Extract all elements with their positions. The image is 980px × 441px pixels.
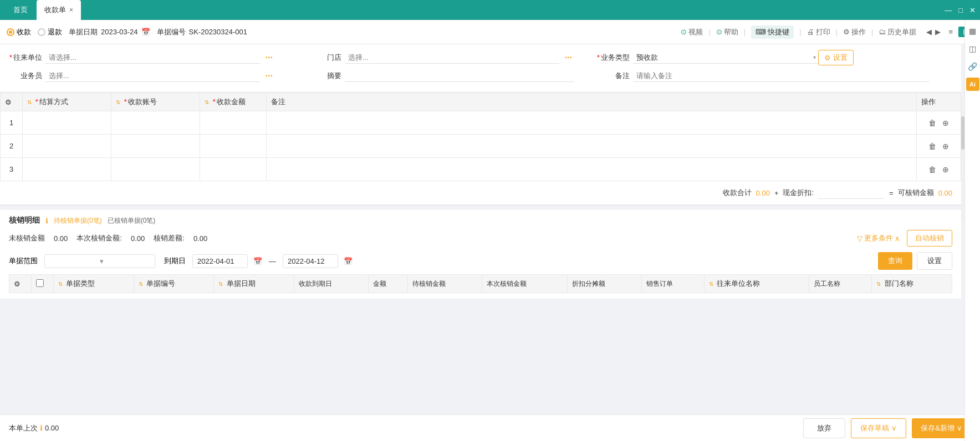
tab-done[interactable]: 已核销单据(0笔) xyxy=(108,216,156,225)
counterpart-input[interactable] xyxy=(45,52,260,64)
calendar-to-icon[interactable]: 📅 xyxy=(344,257,353,265)
sort-counterpart-icon[interactable]: ⇅ xyxy=(709,281,713,287)
order-label: 本单上次 xyxy=(9,423,38,433)
row3-settle[interactable] xyxy=(23,158,111,181)
diff-value: 0.00 xyxy=(193,234,207,243)
action-help[interactable]: ⊙ 帮助 xyxy=(716,27,738,37)
table-section: ⚙ ⇅ 结算方式 ⇅ 收款账号 ⇅ 收款金额 备注 xyxy=(0,93,961,181)
sidebar-doc-icon[interactable]: ◫ xyxy=(966,42,979,55)
remark-input[interactable] xyxy=(633,70,929,82)
sort-dept-icon[interactable]: ⇅ xyxy=(876,281,881,287)
row2-idx: 2 xyxy=(1,135,23,158)
action-shortcut[interactable]: ⌨ 快捷键 xyxy=(751,25,794,39)
row1-settle[interactable] xyxy=(23,111,111,135)
tab-pending[interactable]: 待核销单据(0笔) xyxy=(54,216,102,225)
row1-remark[interactable] xyxy=(267,111,917,135)
radio-shoukuan[interactable]: 收款 xyxy=(7,27,31,37)
sort-type-icon[interactable]: ⇅ xyxy=(58,281,63,287)
more-conditions-btn[interactable]: ▽ 更多条件 ∧ xyxy=(857,233,900,243)
next-icon[interactable]: ▶ xyxy=(935,28,941,36)
writeoff-info-icon[interactable]: ℹ xyxy=(45,217,48,225)
row3-amount[interactable] xyxy=(200,158,267,181)
lth-checkbox[interactable] xyxy=(32,275,54,293)
sidebar-link-icon[interactable]: 🔗 xyxy=(966,60,979,73)
row1-delete-btn[interactable]: 🗑 xyxy=(926,117,938,129)
row2-delete-btn[interactable]: 🗑 xyxy=(926,141,938,152)
tab-home[interactable]: 首页 xyxy=(4,0,37,20)
range-field: 单据范围 ▾ xyxy=(9,254,155,268)
shop-input[interactable] xyxy=(345,52,559,64)
lth-settings[interactable]: ⚙ xyxy=(9,275,32,293)
sidebar-ai-icon[interactable]: Ai xyxy=(966,78,979,91)
minimize-icon[interactable]: — xyxy=(945,6,952,14)
biz-type-arrow[interactable]: ▾ xyxy=(811,54,818,60)
staff-more-btn[interactable]: ··· xyxy=(263,71,275,81)
tab-close-icon[interactable]: × xyxy=(69,0,73,20)
filter-icon: ▽ xyxy=(857,234,862,243)
action-history[interactable]: 🗂 历史单据 xyxy=(879,27,916,37)
settings-button[interactable]: ⚙ 设置 xyxy=(818,50,854,65)
operate-icon: ⚙ xyxy=(843,28,850,36)
due-date-from-input[interactable] xyxy=(192,254,248,268)
save-draft-button[interactable]: 保存草稿 ∨ xyxy=(851,418,906,438)
close-icon[interactable]: ✕ xyxy=(969,6,976,14)
sort-date-icon[interactable]: ⇅ xyxy=(218,281,223,287)
maximize-icon[interactable]: □ xyxy=(958,6,963,14)
settings-gear-icon: ⚙ xyxy=(824,54,831,62)
action-operate[interactable]: ⚙ 操作 xyxy=(843,27,866,37)
available-label: 可核销金额 xyxy=(898,188,934,198)
biz-type-select[interactable]: ▾ xyxy=(633,52,818,64)
discount-input[interactable] xyxy=(818,187,885,199)
biz-type-input[interactable] xyxy=(633,52,811,63)
table-settings-icon: ⚙ xyxy=(5,98,12,106)
calendar-icon[interactable]: 📅 xyxy=(141,28,150,36)
row2-remark[interactable] xyxy=(267,135,917,158)
list-view-icon[interactable]: ≡ xyxy=(948,28,953,36)
auto-writeoff-button[interactable]: 自动核销 xyxy=(907,230,952,247)
tab-active[interactable]: 收款单 × xyxy=(37,0,81,20)
chevron-up-icon: ∧ xyxy=(895,234,900,243)
shop-more-btn[interactable]: ··· xyxy=(563,53,574,63)
summary-input[interactable] xyxy=(345,70,574,82)
due-date-to-input[interactable] xyxy=(283,254,338,268)
row3-remark[interactable] xyxy=(267,158,917,181)
sort-number-icon[interactable]: ⇅ xyxy=(139,281,143,287)
row2-account[interactable] xyxy=(111,135,200,158)
select-all-checkbox[interactable] xyxy=(36,279,44,287)
sort-settle-icon[interactable]: ⇅ xyxy=(27,99,32,105)
table-settings-button[interactable]: 设置 xyxy=(917,252,952,270)
row3-copy-btn[interactable]: ⊕ xyxy=(940,164,951,175)
row2-amount[interactable] xyxy=(200,135,267,158)
row3-account[interactable] xyxy=(111,158,200,181)
scrollbar-area xyxy=(961,111,964,222)
query-button[interactable]: 查询 xyxy=(878,252,912,270)
nav-arrows: ◀ ▶ xyxy=(926,28,941,36)
row2-copy-btn[interactable]: ⊕ xyxy=(940,141,951,152)
radio-tuikuan-dot xyxy=(38,28,45,36)
sort-amount-icon[interactable]: ⇅ xyxy=(205,99,209,105)
filter-row: 单据范围 ▾ 到期日 📅 — 📅 查询 设置 xyxy=(9,252,952,270)
staff-input[interactable] xyxy=(45,70,260,82)
abandon-button[interactable]: 放弃 xyxy=(803,418,845,438)
section-title: 核销明细 xyxy=(9,216,40,225)
row3-delete-btn[interactable]: 🗑 xyxy=(926,164,938,175)
row1-copy-btn[interactable]: ⊕ xyxy=(940,117,951,129)
row2-settle[interactable] xyxy=(23,135,111,158)
action-video[interactable]: ⊙ 视频 xyxy=(681,27,703,37)
counterpart-field: 往来单位 ··· xyxy=(9,52,275,64)
radio-tuikuan[interactable]: 退款 xyxy=(38,27,62,37)
calendar-from-icon[interactable]: 📅 xyxy=(253,257,262,265)
row1-amount[interactable] xyxy=(200,111,267,135)
action-print[interactable]: 🖨 打印 xyxy=(807,27,830,37)
scrollbar-thumb[interactable] xyxy=(961,116,964,150)
range-select[interactable]: ▾ xyxy=(44,254,155,268)
th-settings[interactable]: ⚙ xyxy=(1,93,23,111)
counterpart-more-btn[interactable]: ··· xyxy=(263,53,275,63)
row1-account[interactable] xyxy=(111,111,200,135)
row1-ops: 🗑 ⊕ xyxy=(917,111,961,135)
sidebar-table-icon[interactable]: ▦ xyxy=(966,24,979,38)
lower-table-header: ⚙ ⇅ 单据类型 ⇅ 单据编号 ⇅ 单据日期 收款到期日 金额 xyxy=(9,275,952,293)
save-new-button[interactable]: 保存&新增 ∨ xyxy=(912,418,971,438)
prev-icon[interactable]: ◀ xyxy=(926,28,932,36)
sort-account-icon[interactable]: ⇅ xyxy=(116,99,120,105)
